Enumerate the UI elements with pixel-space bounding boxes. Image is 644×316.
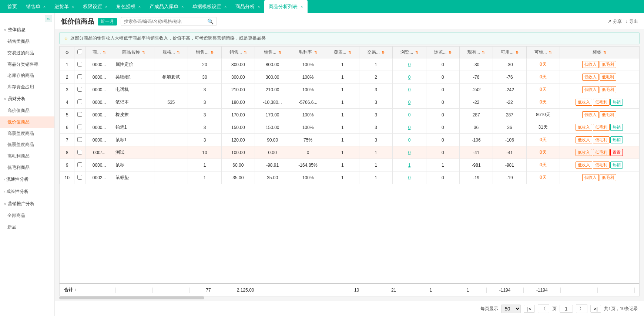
td-checkbox[interactable] bbox=[74, 159, 85, 171]
row-checkbox[interactable] bbox=[77, 175, 82, 180]
search-input[interactable] bbox=[124, 19, 207, 24]
td-view1[interactable]: 0 bbox=[393, 171, 426, 184]
view1-link[interactable]: 0 bbox=[408, 75, 411, 80]
th-checkbox[interactable] bbox=[74, 47, 85, 58]
nav-sales[interactable]: 销售单 × bbox=[21, 0, 50, 13]
td-view1[interactable]: 1 bbox=[393, 159, 426, 171]
view1-link[interactable]: 0 bbox=[408, 137, 411, 143]
sidebar-item-high-value[interactable]: 高价值商品 bbox=[0, 105, 54, 116]
th-margin[interactable]: 毛利率 ⇅ bbox=[290, 47, 326, 58]
export-button[interactable]: ↓ 导出 bbox=[625, 18, 638, 25]
th-view2[interactable]: 浏览... ⇅ bbox=[426, 47, 459, 58]
nav-template-settings[interactable]: 单据模板设置 × bbox=[188, 0, 231, 13]
sidebar-item-high-margin[interactable]: 高毛利商品 bbox=[0, 150, 54, 162]
td-view1[interactable]: 0 bbox=[393, 146, 426, 159]
row-checkbox[interactable] bbox=[77, 137, 82, 142]
td-view1[interactable]: 0 bbox=[393, 96, 426, 109]
td-view1[interactable]: 0 bbox=[393, 58, 426, 71]
row-checkbox[interactable] bbox=[77, 87, 82, 92]
view1-link[interactable]: 1 bbox=[408, 163, 411, 168]
td-checkbox[interactable] bbox=[74, 109, 85, 121]
th-name[interactable]: 商品名称 ⇅ bbox=[113, 47, 154, 58]
th-current[interactable]: 现有... ⇅ bbox=[459, 47, 493, 58]
td-checkbox[interactable] bbox=[74, 146, 85, 159]
td-checkbox[interactable] bbox=[74, 171, 85, 184]
nav-product-analysis-list[interactable]: 商品分析列表 × bbox=[264, 0, 307, 13]
row-checkbox[interactable] bbox=[77, 162, 82, 167]
td-view1[interactable]: 0 bbox=[393, 71, 426, 84]
td-checkbox[interactable] bbox=[74, 58, 85, 71]
th-settings[interactable]: ⚙ bbox=[60, 47, 74, 58]
select-all-checkbox[interactable] bbox=[77, 50, 82, 54]
scrollbar-thumb[interactable] bbox=[59, 296, 204, 299]
th-code[interactable]: 商... ⇅ bbox=[85, 47, 113, 58]
filter-tag-recent[interactable]: 近一月 bbox=[98, 18, 117, 26]
next-page-btn[interactable]: 〉 bbox=[576, 304, 587, 313]
th-sales-qty[interactable]: 销售... ⇅ bbox=[188, 47, 221, 58]
sidebar-section-flow[interactable]: › 流通性分析 bbox=[0, 173, 54, 186]
nav-product-analysis[interactable]: 商品分析 × bbox=[231, 0, 264, 13]
th-tags[interactable]: 标签 ⇅ bbox=[560, 47, 639, 58]
th-avail[interactable]: 可用... ⇅ bbox=[493, 47, 526, 58]
page-number-input[interactable] bbox=[560, 305, 573, 313]
view1-link[interactable]: 0 bbox=[408, 125, 411, 130]
th-sales-amt[interactable]: 销售... ⇅ bbox=[221, 47, 255, 58]
view1-link[interactable]: 0 bbox=[408, 112, 411, 118]
th-trans[interactable]: 交易... ⇅ bbox=[359, 47, 393, 58]
sidebar-item-new-goods[interactable]: 新品 bbox=[0, 221, 54, 233]
sidebar-item-traded-goods[interactable]: 交易过的商品 bbox=[0, 47, 54, 59]
nav-permissions[interactable]: 权限设置 × bbox=[78, 0, 112, 13]
th-sales-profit[interactable]: 销售... ⇅ bbox=[255, 47, 290, 58]
sidebar-item-low-value[interactable]: 低价值商品 bbox=[0, 116, 54, 128]
row-checkbox[interactable] bbox=[77, 74, 82, 79]
last-page-btn[interactable]: >| bbox=[590, 305, 601, 313]
sidebar-item-low-margin[interactable]: 低毛利商品 bbox=[0, 162, 54, 173]
td-view1[interactable]: 0 bbox=[393, 109, 426, 121]
collapse-sidebar-btn[interactable]: « bbox=[45, 15, 52, 22]
row-checkbox[interactable] bbox=[77, 112, 82, 117]
td-checkbox[interactable] bbox=[74, 134, 85, 146]
prev-page-btn[interactable]: 〈 bbox=[538, 304, 549, 313]
row-checkbox[interactable] bbox=[77, 62, 82, 67]
sidebar-section-finance[interactable]: ∨ 员财分析 bbox=[0, 93, 54, 105]
view1-link[interactable]: 0 bbox=[408, 175, 411, 180]
nav-roles[interactable]: 角色授权 × bbox=[112, 0, 145, 13]
th-spec[interactable]: 规格... ⇅ bbox=[154, 47, 188, 58]
td-checkbox[interactable] bbox=[74, 121, 85, 134]
th-coverage[interactable]: 覆盖... ⇅ bbox=[326, 47, 359, 58]
sidebar-section-growth[interactable]: › 成长性分析 bbox=[0, 186, 54, 198]
td-checkbox[interactable] bbox=[74, 71, 85, 84]
sidebar-section-overall[interactable]: ∨ 整体信息 bbox=[0, 24, 54, 36]
nav-purchase[interactable]: 进货单 × bbox=[50, 0, 78, 13]
td-view1[interactable]: 0 bbox=[393, 84, 426, 96]
view1-link[interactable]: 0 bbox=[408, 87, 411, 92]
th-view1[interactable]: 浏览... ⇅ bbox=[393, 47, 426, 58]
nav-home[interactable]: 首页 bbox=[3, 0, 21, 13]
row-checkbox[interactable] bbox=[77, 125, 82, 129]
sidebar-item-old-stock[interactable]: 老库存的商品 bbox=[0, 70, 54, 81]
sidebar-item-stock-capital[interactable]: 库存资金占用 bbox=[0, 81, 54, 93]
td-view1[interactable]: 0 bbox=[393, 121, 426, 134]
sidebar-section-marketing[interactable]: ∨ 营销推广分析 bbox=[0, 198, 54, 210]
td-view1[interactable]: 0 bbox=[393, 134, 426, 146]
data-table-wrap[interactable]: ⚙ 商... ⇅ 商品名称 ⇅ 规格... ⇅ 销售... ⇅ 销售... ⇅ … bbox=[59, 46, 640, 283]
nav-finished-goods[interactable]: 产成品入库单 × bbox=[145, 0, 188, 13]
td-checkbox[interactable] bbox=[74, 84, 85, 96]
search-icon[interactable]: 🔍 bbox=[207, 18, 214, 24]
td-checkbox[interactable] bbox=[74, 96, 85, 109]
sidebar-item-sales-goods[interactable]: 销售类商品 bbox=[0, 36, 54, 47]
per-page-select[interactable]: 50 100 200 bbox=[501, 305, 521, 313]
horizontal-scrollbar[interactable] bbox=[59, 296, 640, 299]
row-checkbox[interactable] bbox=[77, 99, 82, 104]
sidebar-item-low-coverage[interactable]: 低覆盖度商品 bbox=[0, 139, 54, 150]
row-checkbox[interactable] bbox=[77, 150, 82, 154]
sidebar-item-all-goods[interactable]: 全部商品 bbox=[0, 210, 54, 221]
view1-link[interactable]: 0 bbox=[408, 62, 411, 67]
sidebar-item-high-coverage[interactable]: 高覆盖度商品 bbox=[0, 128, 54, 139]
view1-link[interactable]: 0 bbox=[408, 100, 411, 105]
sidebar-item-category-sales[interactable]: 商品分类销售率 bbox=[0, 59, 54, 70]
share-button[interactable]: ↗ 分享 bbox=[608, 18, 622, 25]
first-page-btn[interactable]: |< bbox=[524, 305, 534, 313]
view1-link[interactable]: 0 bbox=[408, 150, 411, 155]
th-sellable[interactable]: 可销... ⇅ bbox=[526, 47, 560, 58]
